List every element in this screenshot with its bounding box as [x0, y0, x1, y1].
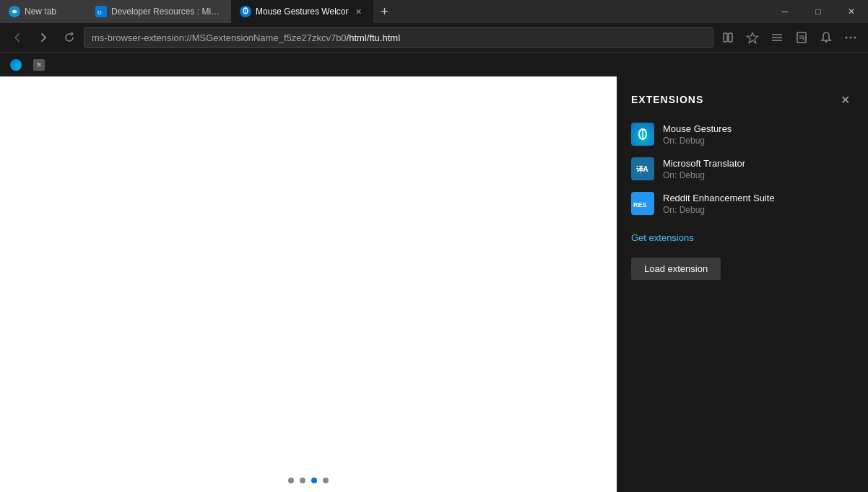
window-controls: ─ □ ✕ — [768, 0, 868, 23]
maximize-button[interactable]: □ — [802, 0, 835, 23]
ext-name-mouse-gestures: Mouse Gestures — [663, 123, 732, 134]
tab-newtab[interactable]: New tab — [0, 0, 87, 23]
devres-tab-icon: D — [95, 6, 107, 17]
extensions-close-button[interactable]: ✕ — [836, 91, 854, 108]
svg-rect-6 — [724, 33, 727, 42]
load-extension-button[interactable]: Load extension — [631, 258, 721, 280]
ellipsis-icon — [844, 31, 857, 44]
ext-item-reddit[interactable]: RES Reddit Enhancement Suite On: Debug — [631, 192, 854, 215]
svg-rect-7 — [729, 33, 732, 42]
ext-item-ms-translator[interactable]: 译A Microsoft Translator On: Debug — [631, 157, 854, 180]
minimize-icon: ─ — [782, 6, 789, 17]
ext-icon-reddit: RES — [631, 192, 654, 215]
plus-icon: + — [381, 4, 389, 19]
forward-button[interactable] — [32, 27, 55, 48]
svg-point-17 — [854, 37, 856, 39]
fav-sq-icon: S — [33, 59, 45, 71]
reading-view-icon — [721, 31, 734, 44]
ext-item-mouse-gestures[interactable]: Mouse Gestures On: Debug — [631, 123, 854, 146]
edge-tab-icon — [9, 6, 20, 17]
forward-icon — [38, 32, 49, 43]
svg-text:译A: 译A — [636, 165, 648, 173]
extensions-header: EXTENSIONS ✕ — [631, 91, 854, 108]
notes-button[interactable] — [790, 27, 813, 48]
ext-name-ms-translator: Microsoft Translator — [663, 158, 745, 169]
extensions-list: Mouse Gestures On: Debug 译A Microsoft Tr… — [631, 123, 854, 215]
bell-icon — [820, 31, 833, 44]
extensions-title: EXTENSIONS — [631, 94, 703, 105]
tab-mousegestures[interactable]: Mouse Gestures Welcor ✕ — [231, 0, 373, 23]
star-icon — [746, 31, 759, 44]
carousel-dots — [0, 478, 617, 483]
new-tab-button[interactable]: + — [373, 0, 396, 23]
carousel-dot-2[interactable] — [300, 478, 305, 483]
titlebar: New tab D Developer Resources : Micr… Mo… — [0, 0, 868, 23]
notifications-button[interactable] — [815, 27, 838, 48]
minimize-button[interactable]: ─ — [768, 0, 802, 23]
ext-name-reddit: Reddit Enhancement Suite — [663, 193, 775, 203]
favorites-button[interactable] — [741, 27, 764, 48]
fav-edge-icon — [10, 59, 22, 71]
ext-status-ms-translator: On: Debug — [663, 170, 745, 180]
tab-mousegestures-close[interactable]: ✕ — [353, 6, 365, 17]
maximize-icon: □ — [815, 6, 820, 17]
svg-marker-8 — [747, 32, 758, 43]
nav-right-buttons — [716, 27, 862, 48]
reading-view-button[interactable] — [716, 27, 739, 48]
back-button[interactable] — [6, 27, 29, 48]
mouse-gesture-tab-icon — [240, 6, 251, 17]
close-icon: ✕ — [848, 6, 855, 17]
favorites-bar: S — [0, 52, 868, 76]
extensions-panel: EXTENSIONS ✕ Mouse Gestures On: Debug — [617, 76, 868, 492]
tab-mousegestures-label: Mouse Gestures Welcor — [256, 6, 349, 17]
hub-button[interactable] — [765, 27, 789, 48]
notes-icon — [795, 31, 808, 44]
page-content — [0, 76, 617, 492]
main-area: EXTENSIONS ✕ Mouse Gestures On: Debug — [0, 76, 868, 492]
address-bar[interactable]: ms-browser-extension://MSGextensionName_… — [84, 27, 713, 48]
ext-icon-ms-translator: 译A — [631, 157, 654, 180]
refresh-button[interactable] — [58, 27, 81, 48]
navbar: ms-browser-extension://MSGextensionName_… — [0, 23, 868, 52]
address-suffix: /html/ftu.html — [347, 32, 400, 43]
back-icon — [12, 32, 23, 43]
svg-point-15 — [846, 37, 848, 39]
refresh-icon — [64, 32, 75, 43]
tab-devres-label: Developer Resources : Micr… — [111, 6, 222, 17]
address-prefix: ms-browser-extension://MSGextensionName_… — [92, 32, 347, 43]
carousel-dot-3[interactable] — [311, 478, 317, 483]
carousel-dot-1[interactable] — [288, 478, 294, 483]
close-button[interactable]: ✕ — [835, 0, 868, 23]
ext-info-reddit: Reddit Enhancement Suite On: Debug — [663, 193, 775, 215]
svg-text:D: D — [97, 9, 102, 16]
svg-point-16 — [850, 37, 852, 39]
favorites-item-2[interactable]: S — [29, 56, 49, 74]
tab-newtab-label: New tab — [25, 6, 78, 17]
favorites-item-1[interactable] — [6, 56, 26, 74]
svg-text:RES: RES — [633, 201, 647, 208]
ext-info-ms-translator: Microsoft Translator On: Debug — [663, 158, 745, 180]
ext-status-reddit: On: Debug — [663, 205, 775, 215]
ext-info-mouse-gestures: Mouse Gestures On: Debug — [663, 123, 732, 146]
ext-status-mouse-gestures: On: Debug — [663, 136, 732, 146]
get-extensions-link[interactable]: Get extensions — [631, 232, 854, 243]
ext-icon-mouse-gestures — [631, 123, 654, 146]
hub-icon — [771, 31, 784, 44]
settings-button[interactable] — [839, 27, 862, 48]
carousel-dot-4[interactable] — [323, 478, 329, 483]
tab-devres[interactable]: D Developer Resources : Micr… — [87, 0, 231, 23]
